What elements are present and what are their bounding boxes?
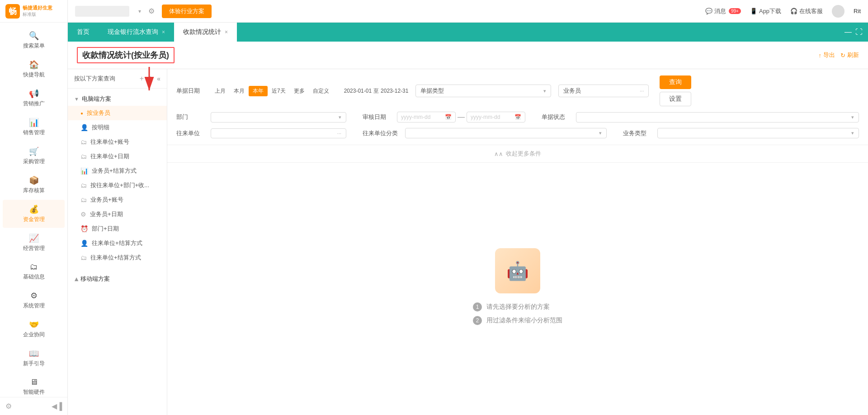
date-tab-custom[interactable]: 自定义 xyxy=(309,86,333,96)
counterparty-cat-label: 往来单位分类 xyxy=(363,129,398,137)
message-badge: 99+ xyxy=(729,8,741,14)
sidebar-item-search[interactable]: 🔍 搜索菜单 xyxy=(3,26,65,54)
salesperson-select[interactable]: 业务员 ··· xyxy=(558,85,649,97)
brand-dropdown-icon[interactable]: ▾ xyxy=(138,8,141,14)
sidebar-item-quicknav[interactable]: 🏠 快捷导航 xyxy=(3,55,65,83)
tab-bank[interactable]: 现金银行流水查询 × xyxy=(99,23,174,42)
department-select[interactable]: ▾ xyxy=(211,112,346,123)
sidebar-collapse-icon[interactable]: ◀▐ xyxy=(52,402,62,410)
page-content: 收款情况统计(按业务员) ↑ 导出 ↻ 刷新 按以下方案查询 + xyxy=(68,42,868,415)
sidebar-item-operation[interactable]: 📈 经营管理 xyxy=(3,229,65,257)
scheme-item-counterparty-dept[interactable]: 🗂 按往来单位+部门+收... xyxy=(68,178,167,193)
sidebar-item-inventory[interactable]: 📦 库存核算 xyxy=(3,171,65,199)
topbar-settings-icon[interactable]: ⚙ xyxy=(148,7,155,15)
counterparty-select[interactable]: ··· xyxy=(211,128,346,138)
user-avatar[interactable] xyxy=(832,5,844,18)
tab-receipt-close[interactable]: × xyxy=(225,29,228,35)
export-button[interactable]: ↑ 导出 xyxy=(819,51,835,59)
sidebar-item-hardware[interactable]: 🖥 智能硬件 xyxy=(3,373,65,397)
counterparty-cat-chevron: ▾ xyxy=(599,130,602,136)
detail-icon: 👤 xyxy=(80,124,88,131)
date-tab-this-month[interactable]: 本月 xyxy=(230,86,249,96)
settings-button[interactable]: 设置 xyxy=(660,92,691,106)
scheme-item-salesperson[interactable]: ● 按业务员 xyxy=(68,106,167,120)
sidebar-item-system[interactable]: ⚙ 系统管理 xyxy=(3,286,65,314)
messages-item[interactable]: 💬 消息 99+ xyxy=(705,7,741,15)
document-type-chevron: ▾ xyxy=(543,88,546,94)
counterparty-acct-icon: 🗂 xyxy=(80,138,87,146)
scheme-item-counterparty-settle2[interactable]: 🗂 往来单位+结算方式 xyxy=(68,250,167,265)
sidebar-item-corp[interactable]: 🤝 企业协同 xyxy=(3,315,65,343)
scheme-item-salesperson-settle[interactable]: 📊 业务员+结算方式 xyxy=(68,164,167,178)
empty-illustration: 🤖 xyxy=(495,248,540,293)
business-type-label: 业务类型 xyxy=(623,129,650,137)
collapse-panel-icon[interactable]: « xyxy=(157,75,160,82)
review-date-start[interactable]: yyyy-mm-dd 📅 xyxy=(397,112,456,123)
scheme-item-counterparty-acct[interactable]: 🗂 往来单位+账号 xyxy=(68,135,167,149)
date-tab-this-year[interactable]: 本年 xyxy=(249,86,268,96)
sidebar-item-sales[interactable]: 📊 销售管理 xyxy=(3,113,65,141)
scheme-item-dept-date[interactable]: ⏰ 部门+日期 xyxy=(68,222,167,236)
phone-icon: 📱 xyxy=(750,8,757,14)
empty-step-1: 1 请先选择要分析的方案 xyxy=(473,302,562,311)
dept-chevron: ▾ xyxy=(339,114,341,120)
date-tab-more[interactable]: 更多 xyxy=(290,86,309,96)
date-tab-last-month[interactable]: 上月 xyxy=(211,86,230,96)
salesperson-icon: ● xyxy=(80,111,83,116)
customer-service-item[interactable]: 🎧 在线客服 xyxy=(790,7,823,15)
tab-bank-close[interactable]: × xyxy=(162,29,165,35)
query-button[interactable]: 查询 xyxy=(660,75,691,89)
counterparty-dept-icon: 🗂 xyxy=(80,182,87,189)
review-date-range: yyyy-mm-dd 📅 — yyyy-mm-dd 📅 xyxy=(397,112,525,123)
tab-maximize-icon[interactable]: ⛶ xyxy=(855,28,863,36)
scheme-item-counterparty-settle1[interactable]: 👤 往来单位+结算方式 xyxy=(68,236,167,250)
inventory-icon: 📦 xyxy=(29,175,39,185)
sidebar-item-purchase[interactable]: 🛒 采购管理 xyxy=(3,142,65,170)
add-scheme-icon[interactable]: + xyxy=(140,75,144,83)
refresh-button[interactable]: ↻ 刷新 xyxy=(840,51,859,59)
mobile-group-arrow: ▶ xyxy=(73,277,79,281)
collapse-bar[interactable]: ∧∧ 收起更多条件 xyxy=(167,145,868,163)
empty-step-2: 2 用过滤条件来缩小分析范围 xyxy=(473,316,562,325)
filter-area: 单据日期 上月 本月 本年 近7天 更多 自定义 2023-01-01 至 xyxy=(167,69,868,145)
tab-home[interactable]: 首页 xyxy=(68,23,99,42)
date-label: 单据日期 xyxy=(176,87,203,95)
mobile-group-header[interactable]: ▶ 移动端方案 xyxy=(68,272,167,286)
app-download-item[interactable]: 📱 App下载 xyxy=(750,7,781,15)
desktop-group-header[interactable]: ▼ 电脑端方案 xyxy=(68,92,167,106)
sidebar-settings-icon[interactable]: ⚙ xyxy=(5,402,12,410)
salesperson-date-icon: ⚙ xyxy=(80,211,86,218)
filter-row-3: 往来单位 ··· 往来单位分类 ▾ 业务类型 ▾ xyxy=(176,128,859,138)
scheme-item-salesperson-date[interactable]: ⚙ 业务员+日期 xyxy=(68,207,167,222)
sidebar-item-guide[interactable]: 📖 新手引导 xyxy=(3,344,65,372)
sidebar-footer: ⚙ ◀▐ xyxy=(0,397,67,415)
sidebar-item-base[interactable]: 🗂 基础信息 xyxy=(3,258,65,285)
trial-button[interactable]: 体验行业方案 xyxy=(162,5,212,18)
tab-receipt[interactable]: 收款情况统计 × xyxy=(174,23,237,42)
empty-steps: 1 请先选择要分析的方案 2 用过滤条件来缩小分析范围 xyxy=(473,302,562,330)
scheme-item-salesperson-acct[interactable]: 🗂 业务员+账号 xyxy=(68,193,167,207)
sidebar-item-marketing[interactable]: 📢 营销推广 xyxy=(3,84,65,112)
date-tab-7days[interactable]: 近7天 xyxy=(268,86,290,96)
logo-icon: 畅 xyxy=(5,4,20,19)
logo-area: 畅 畅捷通好生意 标准版 xyxy=(0,0,67,23)
document-type-select[interactable]: 单据类型 ▾ xyxy=(415,85,551,97)
scheme-item-detail[interactable]: 👤 按明细 xyxy=(68,120,167,135)
filter-row-2: 部门 ▾ 审核日期 yyyy-mm-dd 📅 — xyxy=(176,112,859,123)
sidebar-item-finance[interactable]: 💰 资金管理 xyxy=(3,200,65,228)
review-date-end[interactable]: yyyy-mm-dd 📅 xyxy=(467,112,525,123)
business-type-select[interactable]: ▾ xyxy=(657,128,859,138)
dept-label: 部门 xyxy=(176,113,203,121)
salesperson-settle-icon: 📊 xyxy=(80,167,88,174)
counterparty-label: 往来单位 xyxy=(176,129,203,137)
guide-icon: 📖 xyxy=(29,349,39,358)
main-area: ▾ ⚙ 体验行业方案 💬 消息 99+ 📱 App下载 🎧 在线客服 Rit xyxy=(68,0,868,415)
scheme-item-counterparty-date[interactable]: 🗂 往来单位+日期 xyxy=(68,149,167,164)
tab-minimize-icon[interactable]: — xyxy=(844,28,852,36)
mobile-scheme-group: ▶ 移动端方案 xyxy=(68,269,167,289)
counterparty-category-select[interactable]: ▾ xyxy=(405,128,607,138)
document-status-select[interactable]: ▾ xyxy=(576,112,859,123)
collapse-icon: ∧∧ xyxy=(494,151,503,157)
export-icon: ↑ xyxy=(819,52,822,59)
scheme-settings-icon[interactable]: ⚙ xyxy=(147,75,153,82)
